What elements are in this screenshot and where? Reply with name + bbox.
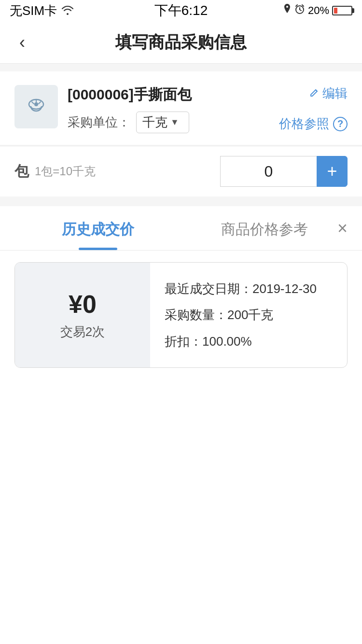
product-info: [0000006]手撕面包 采购单位： 千克 ▼: [68, 85, 192, 133]
back-button[interactable]: ‹: [14, 28, 30, 57]
discount-label: 折扣：: [165, 334, 202, 349]
recent-date-value: 2019-12-30: [252, 281, 317, 296]
product-left: [0000006]手撕面包 采购单位： 千克 ▼: [14, 85, 192, 133]
tabs-header: 历史成交价 商品价格参考 ×: [0, 206, 362, 251]
battery-fill: [334, 8, 337, 14]
product-unit-row: 采购单位： 千克 ▼: [68, 112, 192, 133]
price-ref-link[interactable]: 价格参照: [279, 115, 329, 132]
tab-product-price-ref[interactable]: 商品价格参考: [181, 206, 348, 250]
tabs-section: 历史成交价 商品价格参考 × ¥0 交易2次 最近成交日期：2019-12-30…: [0, 206, 362, 379]
quantity-left: 包 1包=10千克: [14, 162, 96, 182]
price-card: ¥0 交易2次 最近成交日期：2019-12-30 采购数量：200千克 折扣：…: [14, 262, 348, 368]
close-button[interactable]: ×: [333, 213, 352, 243]
discount-row: 折扣：100.00%: [165, 333, 333, 350]
status-left: 无SIM卡: [10, 2, 74, 19]
unit-label: 采购单位：: [68, 114, 130, 131]
quantity-input-row: +: [220, 156, 348, 187]
plus-icon: +: [327, 161, 337, 182]
price-ref-row: 价格参照 ?: [279, 115, 348, 132]
product-section: [0000006]手撕面包 采购单位： 千克 ▼ 编辑: [0, 71, 362, 145]
discount-value: 100.00%: [202, 334, 252, 349]
nav-bar: ‹ 填写商品采购信息: [0, 21, 362, 64]
price-card-right: 最近成交日期：2019-12-30 采购数量：200千克 折扣：100.00%: [150, 263, 347, 367]
svg-point-2: [34, 102, 38, 106]
amount-value: 0: [83, 290, 97, 318]
price-amount: ¥0: [69, 290, 97, 319]
tab-history-label: 历史成交价: [62, 221, 134, 237]
quantity-conversion: 1包=10千克: [35, 164, 96, 179]
battery-percent: 20%: [308, 4, 329, 17]
quantity-input[interactable]: [220, 156, 317, 187]
wifi-icon: [61, 3, 74, 18]
price-card-container: ¥0 交易2次 最近成交日期：2019-12-30 采购数量：200千克 折扣：…: [0, 251, 362, 379]
battery-icon: [332, 6, 352, 15]
quantity-section: 包 1包=10千克 +: [0, 146, 362, 196]
product-thumbnail: [14, 85, 58, 128]
unit-select[interactable]: 千克 ▼: [136, 112, 189, 133]
tab-history-price[interactable]: 历史成交价: [14, 206, 181, 250]
edit-label: 编辑: [322, 85, 348, 102]
price-card-left: ¥0 交易2次: [15, 263, 150, 367]
purchase-qty-label: 采购数量：: [165, 308, 227, 322]
location-icon: [283, 4, 292, 17]
purchase-qty-value: 200千克: [227, 308, 273, 322]
edit-icon: [309, 86, 320, 101]
currency-symbol: ¥: [69, 290, 83, 318]
alarm-icon: [294, 4, 305, 17]
carrier-label: 无SIM卡: [10, 2, 57, 19]
edit-button[interactable]: 编辑: [309, 85, 348, 102]
recent-date-row: 最近成交日期：2019-12-30: [165, 280, 333, 297]
status-right: 20%: [283, 4, 352, 17]
status-time: 下午6:12: [154, 1, 208, 20]
tab-price-ref-label: 商品价格参考: [221, 221, 308, 237]
main-content: [0, 379, 362, 644]
dropdown-arrow-icon: ▼: [170, 117, 179, 127]
unit-value: 千克: [142, 114, 167, 131]
recent-date-label: 最近成交日期：: [165, 281, 252, 296]
purchase-qty-row: 采购数量：200千克: [165, 306, 333, 323]
help-icon[interactable]: ?: [333, 117, 348, 131]
quantity-plus-button[interactable]: +: [317, 156, 348, 187]
product-name: [0000006]手撕面包: [68, 85, 192, 105]
page-title: 填写商品采购信息: [115, 31, 247, 54]
status-bar: 无SIM卡 下午6:12 20%: [0, 0, 362, 21]
help-label: ?: [337, 118, 343, 129]
price-transactions: 交易2次: [60, 323, 105, 340]
product-header: [0000006]手撕面包 采购单位： 千克 ▼ 编辑: [14, 85, 348, 133]
quantity-unit-label: 包: [14, 162, 29, 182]
